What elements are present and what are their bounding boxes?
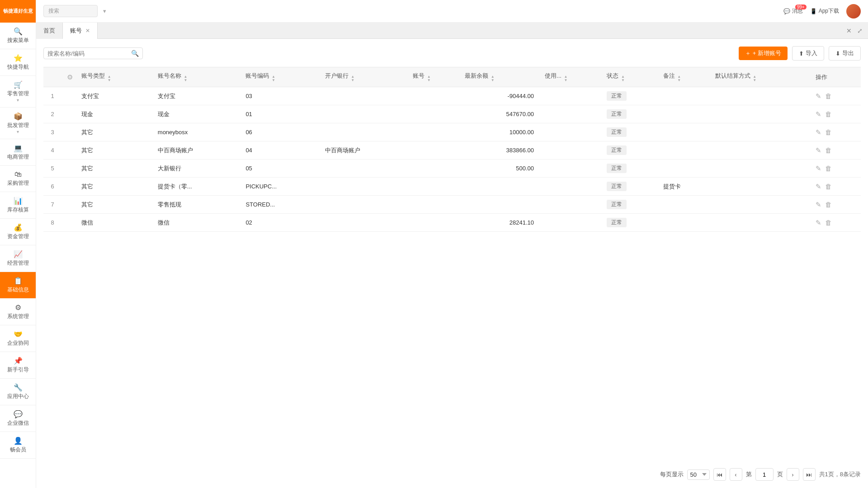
sidebar: 畅捷通好生意 🔍 搜索菜单 ⭐ 快捷导航 🛒 零售管理 ▾ 📦 批发管理 ▾ 💻… bbox=[0, 0, 36, 488]
edit-btn[interactable]: ✎ bbox=[816, 219, 821, 227]
th-balance[interactable]: 最新余额 ▲▼ bbox=[461, 67, 541, 87]
sidebar-item-sys-mgmt[interactable]: ⚙ 系统管理 bbox=[0, 299, 36, 325]
status-badge: 正常 bbox=[607, 127, 627, 137]
sidebar-item-ecom-mgmt[interactable]: 💻 电商管理 bbox=[0, 139, 36, 166]
th-type[interactable]: 账号类型 ▲▼ bbox=[78, 67, 154, 87]
cell-usage bbox=[541, 123, 603, 141]
retail-mgmt-icon: 🛒 bbox=[14, 80, 23, 89]
export-btn[interactable]: ⬇ 导出 bbox=[829, 46, 861, 61]
th-default-payment[interactable]: 默认结算方式 ▲▼ bbox=[712, 67, 812, 87]
sort-type-icon: ▲▼ bbox=[108, 75, 111, 82]
edit-btn[interactable]: ✎ bbox=[816, 92, 821, 100]
th-status[interactable]: 状态 ▲▼ bbox=[603, 67, 659, 87]
cell-code: 01 bbox=[242, 105, 321, 123]
delete-btn[interactable]: 🗑 bbox=[825, 128, 832, 136]
edit-btn[interactable]: ✎ bbox=[816, 110, 821, 118]
delete-btn[interactable]: 🗑 bbox=[825, 219, 832, 227]
search-icon[interactable]: 🔍 bbox=[131, 50, 139, 57]
edit-btn[interactable]: ✎ bbox=[816, 164, 821, 173]
sidebar-item-app-center[interactable]: 🔧 应用中心 bbox=[0, 379, 36, 405]
status-badge: 正常 bbox=[607, 109, 627, 119]
topbar-app-btn[interactable]: 📱 App下载 bbox=[810, 7, 839, 15]
cell-remark: 提货卡 bbox=[660, 178, 712, 196]
sidebar-item-enterprise-agreement[interactable]: 🤝 企业协同 bbox=[0, 325, 36, 352]
table-row: 7 其它 零售抵现 STORED... 正常 ✎ 🗑 bbox=[43, 196, 861, 214]
sidebar-item-basic-info[interactable]: 📋 基础信息 bbox=[0, 272, 36, 299]
delete-btn[interactable]: 🗑 bbox=[825, 146, 832, 155]
status-badge: 正常 bbox=[607, 145, 627, 155]
topbar-dropdown-icon[interactable]: ▾ bbox=[103, 8, 106, 14]
sidebar-item-label: 新手引导 bbox=[7, 366, 29, 374]
tab-close-btn[interactable]: ✕ bbox=[844, 26, 854, 35]
sidebar-item-member[interactable]: 👤 畅会员 bbox=[0, 432, 36, 459]
delete-btn[interactable]: 🗑 bbox=[825, 164, 832, 173]
sidebar-item-wholesale-mgmt[interactable]: 📦 批发管理 ▾ bbox=[0, 108, 36, 139]
sidebar-item-beginner-guide[interactable]: 📌 新手引导 bbox=[0, 352, 36, 379]
content-area: 🔍 ＋ + 新增账号 ⬆ 导入 ⬇ 导出 bbox=[36, 39, 868, 488]
delete-btn[interactable]: 🗑 bbox=[825, 92, 832, 100]
th-code[interactable]: 账号编码 ▲▼ bbox=[242, 67, 321, 87]
tab-home-label: 首页 bbox=[43, 27, 55, 35]
topbar-msg-btn[interactable]: 💬 消息 99+ bbox=[783, 7, 803, 15]
fund-mgmt-icon: 💰 bbox=[14, 223, 23, 232]
edit-btn[interactable]: ✎ bbox=[816, 128, 821, 136]
export-label: 导出 bbox=[842, 49, 854, 57]
cell-default-payment bbox=[712, 123, 812, 141]
th-remark[interactable]: 备注 ▲▼ bbox=[660, 67, 712, 87]
per-page-select[interactable]: 50 20 100 bbox=[687, 469, 710, 480]
delete-btn[interactable]: 🗑 bbox=[825, 183, 832, 191]
sidebar-item-fund-mgmt[interactable]: 💰 资金管理 bbox=[0, 219, 36, 245]
table-row: 1 支付宝 支付宝 03 -90444.00 正常 ✎ 🗑 bbox=[43, 87, 861, 105]
edit-btn[interactable]: ✎ bbox=[816, 183, 821, 191]
sys-mgmt-icon: ⚙ bbox=[15, 303, 21, 312]
cell-index: 1 bbox=[43, 87, 61, 105]
sidebar-item-retail-mgmt[interactable]: 🛒 零售管理 ▾ bbox=[0, 76, 36, 108]
cell-gear bbox=[61, 196, 78, 214]
edit-btn[interactable]: ✎ bbox=[816, 201, 821, 209]
th-bank[interactable]: 开户银行 ▲▼ bbox=[321, 67, 410, 87]
sort-account-icon: ▲▼ bbox=[427, 75, 431, 82]
settings-icon[interactable]: ⚙ bbox=[67, 73, 73, 81]
search-input[interactable] bbox=[47, 50, 131, 57]
import-btn[interactable]: ⬆ 导入 bbox=[792, 46, 824, 61]
add-account-btn[interactable]: ＋ + 新增账号 bbox=[739, 47, 788, 60]
cell-code: PICKUPC... bbox=[242, 178, 321, 196]
last-page-btn[interactable]: ⏭ bbox=[803, 468, 816, 481]
sidebar-item-ops-mgmt[interactable]: 📈 经营管理 bbox=[0, 245, 36, 272]
user-avatar[interactable] bbox=[846, 4, 861, 19]
cell-usage bbox=[541, 196, 603, 214]
cell-gear bbox=[61, 105, 78, 123]
th-account[interactable]: 账号 ▲▼ bbox=[409, 67, 461, 87]
topbar-search-placeholder: 搜索 bbox=[48, 8, 59, 14]
tab-accounts-close[interactable]: ✕ bbox=[85, 28, 90, 34]
prev-page-btn[interactable]: ‹ bbox=[730, 468, 742, 481]
cell-account bbox=[409, 123, 461, 141]
sidebar-item-enterprise-wechat[interactable]: 💬 企业微信 bbox=[0, 405, 36, 432]
status-badge: 正常 bbox=[607, 164, 627, 173]
delete-btn[interactable]: 🗑 bbox=[825, 110, 832, 118]
logo-text: 畅捷通好生意 bbox=[3, 8, 33, 14]
cell-actions: ✎ 🗑 bbox=[812, 105, 861, 123]
next-page-btn[interactable]: › bbox=[787, 468, 799, 481]
cell-default-payment bbox=[712, 196, 812, 214]
first-page-btn[interactable]: ⏮ bbox=[713, 468, 726, 481]
delete-btn[interactable]: 🗑 bbox=[825, 201, 832, 209]
sidebar-item-inventory[interactable]: 📊 库存核算 bbox=[0, 192, 36, 219]
cell-balance bbox=[461, 196, 541, 214]
th-usage[interactable]: 使用... ▲▼ bbox=[541, 67, 603, 87]
th-name[interactable]: 账号名称 ▲▼ bbox=[154, 67, 242, 87]
tab-home[interactable]: 首页 bbox=[36, 23, 63, 39]
sidebar-item-purchase-mgmt[interactable]: 🛍 采购管理 bbox=[0, 166, 36, 192]
search-box[interactable]: 🔍 bbox=[43, 47, 143, 59]
page-input[interactable] bbox=[755, 468, 774, 481]
tab-accounts[interactable]: 账号 ✕ bbox=[63, 23, 98, 39]
cell-usage bbox=[541, 87, 603, 105]
cell-actions: ✎ 🗑 bbox=[812, 214, 861, 232]
sidebar-item-quick-nav[interactable]: ⭐ 快捷导航 bbox=[0, 49, 36, 76]
tab-maximize-btn[interactable]: ⤢ bbox=[855, 26, 864, 35]
edit-btn[interactable]: ✎ bbox=[816, 146, 821, 155]
cell-usage bbox=[541, 214, 603, 232]
cell-code: 04 bbox=[242, 141, 321, 160]
sidebar-item-search-menu[interactable]: 🔍 搜索菜单 bbox=[0, 23, 36, 49]
cell-balance: 10000.00 bbox=[461, 123, 541, 141]
